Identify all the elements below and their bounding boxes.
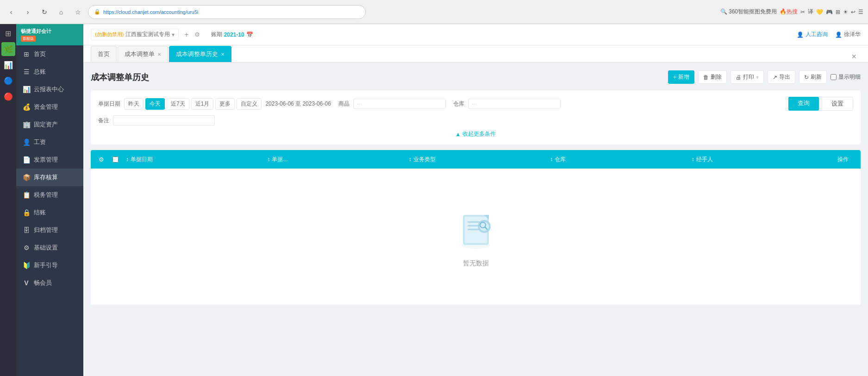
sidebar-item-vip[interactable]: V 畅会员 [16,274,83,292]
sidebar-label-fixed: 固定资产 [34,120,58,129]
star-button[interactable]: ☆ [71,6,84,19]
address-bar[interactable]: 🔒 https://cloud.chanjet.com/accounting/u… [88,5,366,19]
user-menu[interactable]: 👤 徐泽华 [835,31,861,38]
select-all-input[interactable] [112,157,119,163]
date-filter-label: 单据日期 [98,100,120,108]
sidebar-item-home[interactable]: ⊞ 首页 [16,45,83,63]
hot-search[interactable]: 🔥热搜 [780,8,798,16]
tab-home[interactable]: 首页 [91,46,117,62]
show-columns-checkbox[interactable] [831,74,837,80]
query-button[interactable]: 查询 [788,97,819,111]
apps-tool[interactable]: ⊞ [836,9,840,15]
th-date[interactable]: ↕ 单据日期 [122,156,263,163]
sidebar-item-settings[interactable]: ⚙ 基础设置 [16,239,83,257]
add-company-btn[interactable]: + [184,31,188,39]
forward-button[interactable]: › [21,6,34,19]
export-button[interactable]: ↗ 导出 [768,70,795,84]
date-btn-yesterday[interactable]: 昨天 [124,98,144,110]
delete-label: 删除 [711,73,722,81]
brightness-tool[interactable]: ☀ [843,9,848,15]
new-button[interactable]: + 新增 [668,70,694,84]
tab-cost-adjust-history[interactable]: 成本调整单历史 ✕ [169,46,231,62]
sidebar-item-reports[interactable]: 📊 云报表中心 [16,81,83,98]
reload-button[interactable]: ↻ [38,6,51,19]
sidebar-item-fixed[interactable]: 🏢 固定资产 [16,116,83,133]
date-btn-custom[interactable]: 自定义 [237,98,262,110]
th-warehouse[interactable]: ↕ 仓库 [546,156,687,163]
inventory-icon: 📦 [23,174,30,181]
settings-icon: ⚙ [23,244,30,251]
sidebar: 畅捷通好会计 旗舰版 ⊞ 首页 ☰ 总账 📊 云报表中心 💰 资金管理 [16,24,83,376]
date-btn-more[interactable]: 更多 [215,98,235,110]
sidebar-label-ledger: 总账 [34,68,46,76]
tab-cost-adjust-close[interactable]: ✕ [157,52,161,57]
period-label: 账期 [211,31,222,38]
company-settings-btn[interactable]: ⚙ [194,31,200,38]
sidebar-item-invoice[interactable]: 📄 发票管理 [16,151,83,169]
sidebar-item-funds[interactable]: 💰 资金管理 [16,98,83,116]
goods-dots: ··· [357,100,362,107]
th-sort-date-icon: ↕ [126,156,129,163]
period-info: 账期 2021-10 📅 [211,31,253,38]
menu-tool[interactable]: ☰ [858,9,863,15]
sidebar-item-inventory[interactable]: 📦 库存核算 [16,169,83,186]
show-columns-label: 显示明细 [838,73,861,81]
icon-bar-home[interactable]: ⊞ [1,26,15,40]
refresh-button[interactable]: ↻ 刷新 [799,70,827,84]
collapse-button[interactable]: ▲ 收起更多条件 [98,130,853,138]
goods-selector[interactable]: ··· [353,99,446,109]
sidebar-label-salary: 工资 [34,138,46,146]
sidebar-item-salary[interactable]: 👤 工资 [16,133,83,151]
tab-history-close[interactable]: ✕ [221,52,225,57]
sidebar-label-vip: 畅会员 [34,279,52,287]
warehouse-selector[interactable]: ··· [468,99,561,109]
sidebar-item-archive[interactable]: 🗄 归档管理 [16,221,83,239]
th-handler[interactable]: ↕ 经手人 [688,156,829,163]
tab-cost-adjust[interactable]: 成本调整单 ✕ [118,46,168,62]
scissors-tool[interactable]: ✂ [800,9,805,15]
archive-icon: 🗄 [23,226,30,234]
top-bar-right: 👤 人工咨询 👤 徐泽华 [797,31,861,38]
back-button[interactable]: ‹ [5,6,18,19]
invoice-icon: 📄 [23,156,30,163]
tab-close-all[interactable]: ✕ [848,51,861,62]
sidebar-logo[interactable]: 畅捷通好会计 旗舰版 [16,24,83,45]
show-columns-btn[interactable]: 显示明细 [831,73,861,81]
date-btn-7days[interactable]: 近7天 [167,98,189,110]
logo-badge: 旗舰版 [21,36,36,42]
translate-tool[interactable]: 译 [808,8,813,16]
undo-tool[interactable]: ↩ [851,9,856,15]
home-button[interactable]: ⌂ [55,6,68,19]
icon-bar-item-1[interactable]: 📊 [1,58,15,72]
sidebar-item-close[interactable]: 🔒 结账 [16,204,83,221]
sidebar-item-ledger[interactable]: ☰ 总账 [16,63,83,81]
print-button[interactable]: 🖨 打印 ▾ [731,70,764,84]
sidebar-label-archive: 归档管理 [34,226,58,234]
wallet-tool[interactable]: 💛 [816,9,823,15]
filter-settings-button[interactable]: 设置 [822,97,853,111]
icon-bar-active[interactable]: 🌿 [1,42,15,56]
search-tool[interactable]: 🔍 360智能抠图免费用 [720,8,777,16]
calendar-icon[interactable]: 📅 [246,31,253,38]
game-tool[interactable]: 🎮 [826,9,833,15]
date-btn-today[interactable]: 今天 [145,98,165,110]
sidebar-item-tax[interactable]: 📋 税务管理 [16,186,83,204]
service-link[interactable]: 👤 人工咨询 [797,31,828,38]
th-type[interactable]: ↕ 业务类型 [405,156,546,163]
column-settings-btn[interactable]: ⚙ [94,156,108,163]
period-value: 2021-10 [224,31,244,38]
icon-bar-item-2[interactable]: 🔵 [1,74,15,88]
th-number[interactable]: ↕ 单据... [263,156,405,163]
home-icon: ⊞ [23,50,30,58]
date-btn-1month[interactable]: 近1月 [191,98,214,110]
select-all-checkbox[interactable] [108,157,122,163]
th-sort-handler-icon: ↕ [692,156,694,163]
refresh-label: 刷新 [811,73,822,81]
delete-button[interactable]: 🗑 删除 [698,70,727,84]
company-selector[interactable]: (勿删勿禁用) 江西服宝测试专用 ▾ [91,29,179,40]
note-input[interactable] [113,115,215,125]
filter-row-2: 备注 [98,115,853,125]
sidebar-item-guide[interactable]: 🔰 新手引导 [16,257,83,274]
refresh-icon: ↻ [804,74,809,81]
icon-bar-item-3[interactable]: 🔴 [1,89,15,103]
